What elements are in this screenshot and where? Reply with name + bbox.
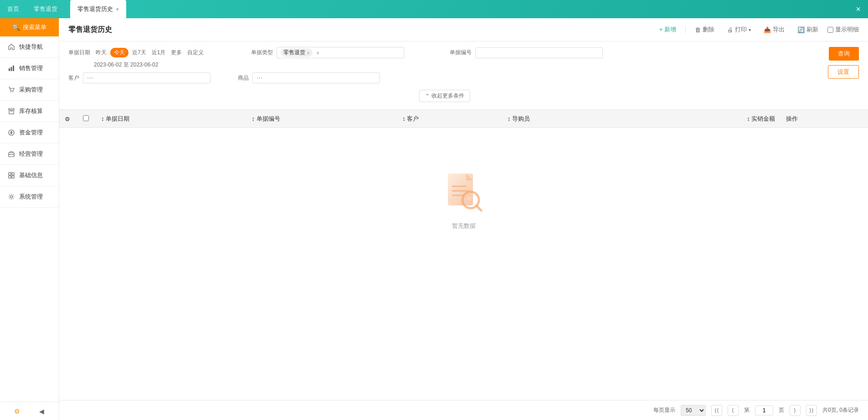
- next-page-button[interactable]: ⟩: [790, 405, 801, 416]
- doc-type-tag-close[interactable]: ×: [307, 50, 309, 56]
- svg-point-19: [467, 197, 471, 200]
- date-btn-custom[interactable]: 自定义: [185, 48, 205, 57]
- tab-home-label: 首页: [7, 5, 19, 13]
- tab-retail-return-history-close[interactable]: ×: [116, 6, 118, 12]
- product-more-icon: ···: [257, 74, 262, 82]
- sidebar-item-quick-nav-label: 快捷导航: [19, 43, 43, 51]
- refresh-button[interactable]: 🔄 刷新: [794, 24, 822, 36]
- product-filter-label: 商品: [238, 74, 249, 82]
- filter-row-2: 客户 ··· 商品 ···: [68, 72, 821, 83]
- doc-number-input[interactable]: [475, 47, 603, 58]
- search-icon: 🔍: [12, 24, 20, 31]
- query-button[interactable]: 查询: [829, 47, 859, 61]
- date-btn-today[interactable]: 今天: [110, 48, 128, 57]
- customer-input[interactable]: ···: [83, 72, 211, 83]
- col-action: 操作: [781, 110, 868, 128]
- per-page-label: 每页显示: [653, 406, 675, 414]
- last-page-button[interactable]: ⟩⟩: [806, 405, 817, 416]
- doc-type-dropdown-arrow: ∨: [316, 50, 319, 55]
- sidebar-item-inventory[interactable]: 库存核算: [0, 101, 59, 122]
- print-button-label: 打印: [735, 26, 747, 34]
- print-button[interactable]: 🖨 打印 ▾: [724, 24, 755, 36]
- product-input[interactable]: ···: [252, 72, 380, 83]
- sidebar-search[interactable]: 🔍 搜索菜单: [0, 18, 59, 36]
- col-date-label: ↕ 单据日期: [101, 115, 129, 122]
- page-header: 零售退货历史 + 新增 🗑 删除 🖨 打印 ▾ 📤 导出: [59, 18, 868, 41]
- svg-rect-11: [12, 176, 14, 178]
- header-actions: + 新增 🗑 删除 🖨 打印 ▾ 📤 导出 🔄 刷: [656, 24, 859, 36]
- svg-line-18: [477, 206, 481, 210]
- per-page-select[interactable]: 50 10 20 100: [681, 405, 706, 416]
- col-guide-label: ↕ 导购员: [508, 115, 530, 122]
- pagination-bar: 每页显示 50 10 20 100 ⟨⟨ ⟨ 第 页 ⟩ ⟩⟩ 共0页, 0条记…: [59, 400, 868, 420]
- window-close-button[interactable]: ×: [848, 5, 868, 14]
- doc-type-label: 单据类型: [251, 49, 273, 56]
- svg-rect-9: [12, 173, 14, 175]
- sidebar-item-finance[interactable]: 资金管理: [0, 122, 59, 143]
- prev-page-button[interactable]: ⟨: [728, 405, 739, 416]
- date-btn-7days[interactable]: 近7天: [130, 48, 148, 57]
- customer-filter: 客户 ···: [68, 72, 211, 83]
- sidebar-item-purchase[interactable]: 采购管理: [0, 79, 59, 101]
- doc-type-tag-value: 零售退货: [283, 49, 305, 56]
- date-filter: 单据日期 昨天 今天 近7天 近1月 更多 自定义: [68, 48, 205, 57]
- date-btn-yesterday[interactable]: 昨天: [94, 48, 108, 57]
- content-area: 零售退货历史 + 新增 🗑 删除 🖨 打印 ▾ 📤 导出: [59, 18, 868, 420]
- sidebar-item-basic-info-label: 基础信息: [19, 171, 43, 179]
- data-table: ⚙ ↕ 单据日期 ↕ 单据编号 ↕ 客户: [59, 110, 868, 271]
- sidebar-item-operations[interactable]: 经营管理: [0, 143, 59, 165]
- first-page-button[interactable]: ⟨⟨: [711, 405, 722, 416]
- delete-button-label: 删除: [703, 26, 714, 34]
- page-suffix: 页: [779, 406, 784, 414]
- top-bar: 首页 零售退货 × 零售退货历史 × ×: [0, 0, 868, 18]
- svg-rect-5: [9, 110, 14, 114]
- tab-home[interactable]: 首页: [0, 0, 26, 18]
- filter-area: 单据日期 昨天 今天 近7天 近1月 更多 自定义 单据类型: [59, 41, 868, 110]
- print-icon: 🖨: [727, 26, 733, 33]
- table-area: ⚙ ↕ 单据日期 ↕ 单据编号 ↕ 客户: [59, 110, 868, 400]
- settings-button[interactable]: ⚙: [10, 405, 23, 418]
- svg-rect-8: [9, 173, 11, 175]
- date-btn-more[interactable]: 更多: [169, 48, 184, 57]
- show-details-checkbox[interactable]: 显示明细: [827, 26, 859, 34]
- select-all-checkbox[interactable]: [83, 115, 89, 121]
- delete-button[interactable]: 🗑 删除: [691, 24, 718, 36]
- new-button[interactable]: + 新增: [656, 24, 680, 36]
- doc-number-label: 单据编号: [450, 49, 472, 56]
- svg-rect-2: [13, 66, 14, 71]
- export-button[interactable]: 📤 导出: [760, 24, 788, 36]
- tab-retail-return-history[interactable]: 零售退货历史 ×: [70, 0, 126, 18]
- sidebar-item-finance-label: 资金管理: [19, 128, 43, 137]
- table-header-row: ⚙ ↕ 单据日期 ↕ 单据编号 ↕ 客户: [59, 110, 868, 128]
- svg-point-3: [10, 92, 11, 92]
- doc-number-filter: 单据编号: [450, 47, 603, 58]
- date-btn-1month[interactable]: 近1月: [150, 48, 168, 57]
- sidebar: 🔍 搜索菜单 快捷导航: [0, 18, 59, 420]
- print-dropdown-icon: ▾: [749, 27, 751, 32]
- col-settings-icon[interactable]: ⚙: [65, 116, 70, 123]
- sidebar-item-sales-label: 销售管理: [19, 64, 43, 72]
- sidebar-item-sales[interactable]: 销售管理: [0, 58, 59, 79]
- collapse-button[interactable]: ◀: [36, 405, 48, 418]
- tab-retail-return[interactable]: 零售退货 ×: [26, 0, 70, 18]
- tab-retail-return-close[interactable]: ×: [60, 6, 63, 12]
- refresh-icon: 🔄: [797, 26, 805, 33]
- empty-text: 暂无数据: [452, 222, 476, 230]
- col-action-label: 操作: [786, 115, 798, 122]
- page-input[interactable]: [755, 405, 773, 415]
- table-head: ⚙ ↕ 单据日期 ↕ 单据编号 ↕ 客户: [59, 110, 868, 128]
- briefcase-icon: [7, 150, 15, 158]
- sidebar-item-quick-nav[interactable]: 快捷导航: [0, 36, 59, 58]
- doc-type-input[interactable]: 零售退货 × ∨: [277, 47, 404, 58]
- tab-retail-return-label: 零售退货: [34, 5, 57, 13]
- show-details-input[interactable]: [827, 27, 833, 33]
- export-button-label: 导出: [773, 26, 785, 34]
- total-info: 共0页, 0条记录: [822, 406, 859, 414]
- cart-icon: [7, 86, 15, 94]
- set-button[interactable]: 设置: [828, 65, 859, 79]
- sidebar-item-basic-info[interactable]: 基础信息: [0, 165, 59, 186]
- collapse-filter-button[interactable]: ⌃ 收起更多条件: [419, 90, 470, 102]
- col-checkbox: [77, 110, 96, 128]
- sidebar-item-system[interactable]: 系统管理: [0, 186, 59, 208]
- doc-type-tag: 零售退货 ×: [281, 48, 312, 57]
